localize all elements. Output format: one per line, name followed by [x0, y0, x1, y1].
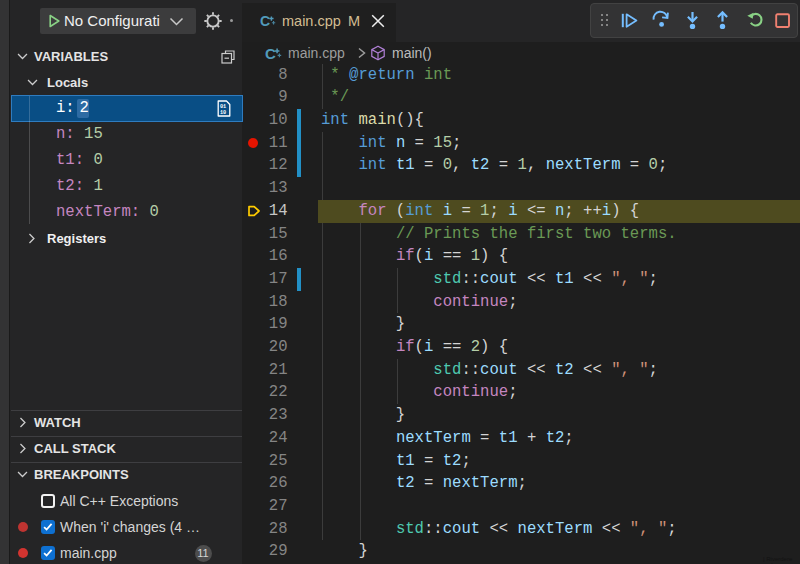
svg-text:C: C: [260, 13, 270, 29]
svg-text:C: C: [265, 45, 276, 62]
svg-text:10: 10: [220, 109, 226, 115]
